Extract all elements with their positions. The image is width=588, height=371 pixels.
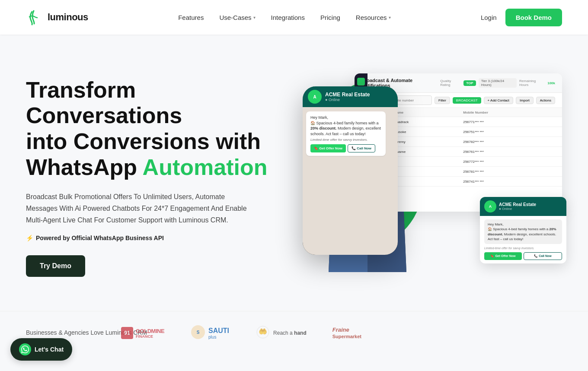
chat-card-status: ● Online	[499, 207, 536, 211]
row-mobile: 256781*** ***	[460, 167, 562, 177]
chat-limited-offer: Limited-time offer for savvy investors.	[484, 247, 562, 250]
row-mobile: 256782*** ***	[460, 137, 562, 147]
tier-badge: Tier 3 (100k/24 Hours)	[479, 78, 517, 88]
logo[interactable]: luminous	[26, 8, 88, 26]
logos-label: Businesses & Agencies Love Luminous CRM	[26, 329, 95, 337]
book-demo-button[interactable]: Book Demo	[505, 9, 562, 26]
chat-discount-text: 20% discount.	[488, 227, 556, 236]
reach-text: Reach a hand	[273, 330, 307, 336]
hero-title: Transform Conversations into Conversions…	[26, 77, 277, 181]
logos-row: 91 GOLDMINE FINANCE S SAUTI plus	[121, 324, 562, 342]
nav-item-features[interactable]: Features	[178, 14, 204, 21]
row-name: Kwame	[390, 147, 460, 157]
phone-btn-offer[interactable]: 🔖 Get Offer Now	[310, 144, 346, 152]
row-name: Musoke	[390, 127, 460, 137]
chat-offer-button[interactable]: 🔖 Get Offer Now	[484, 252, 522, 260]
chat-card-avatar: A	[484, 200, 496, 212]
whatsapp-icon	[19, 343, 31, 355]
lightning-icon: ⚡	[26, 235, 33, 241]
login-button[interactable]: Login	[481, 14, 497, 21]
add-contact-button[interactable]: + Add Contact	[484, 97, 513, 104]
logos-section: Businesses & Agencies Love Luminous CRM …	[0, 311, 588, 355]
chat-card-body: Hey Mark, 🏠 Spacious 4-bed family homes …	[480, 216, 566, 263]
remaining-value: 100k	[547, 81, 555, 85]
row-mobile: 256761*** ***	[460, 147, 562, 157]
chat-card-buttons: 🔖 Get Offer Now 📞 Call Now	[484, 252, 562, 260]
chat-card-contact-info: ACME Real Estate ● Online	[499, 202, 536, 211]
sauti-text: SAUTI plus	[208, 327, 229, 339]
import-button[interactable]: Import	[516, 97, 534, 104]
quality-badge: TOP	[463, 80, 476, 86]
phone-btn-call[interactable]: 📞 Call Now	[348, 144, 375, 152]
dashboard-badges: Quality Rating TOP Tier 3 (100k/24 Hours…	[440, 78, 555, 88]
powered-by: ⚡ Powered by Official WhatsApp Business …	[26, 235, 277, 241]
whatsapp-chat-button[interactable]: Let's Chat	[10, 338, 72, 361]
navbar: luminous Features Use-Cases ▾ Integratio…	[0, 0, 588, 35]
use-cases-chevron: ▾	[253, 15, 256, 20]
phone-contact-status: ● Online	[325, 98, 370, 102]
nav-item-resources[interactable]: Resources ▾	[356, 14, 391, 21]
fraine-text: Fraine Supermarket	[332, 327, 361, 339]
resources-chevron: ▾	[389, 15, 391, 20]
try-demo-button[interactable]: Try Demo	[26, 255, 85, 277]
logo-goldmine: 91 GOLDMINE FINANCE	[121, 327, 164, 339]
sauti-icon: S	[190, 324, 206, 342]
goldmine-sub: FINANCE	[136, 334, 164, 339]
row-mobile: 256741*** ***	[460, 177, 562, 187]
row-mobile: 256751*** ***	[460, 127, 562, 137]
filter-button[interactable]: Filter	[435, 97, 450, 104]
phone-contact-avatar: A	[308, 90, 322, 104]
col-name: Name	[390, 108, 460, 117]
row-mobile: 256771*** ***	[460, 117, 562, 127]
chat-preview-card: A ACME Real Estate ● Online Hey Mark, 🏠 …	[480, 197, 566, 263]
hero-description: Broadcast Bulk Promotional Offers To Unl…	[26, 191, 251, 226]
logo-reach: 🤲 Reach a hand	[255, 324, 307, 342]
phone-header: A ACME Real Estate ● Online	[303, 86, 398, 107]
phone-mockup: A ACME Real Estate ● Online Hey Mark, 🏠 …	[303, 86, 398, 255]
phone-messages: Hey Mark, 🏠 Spacious 4-bed family homes …	[303, 107, 398, 255]
nav-item-integrations[interactable]: Integrations	[271, 14, 305, 21]
row-name	[390, 157, 460, 167]
row-name	[390, 177, 460, 187]
row-name	[390, 167, 460, 177]
goldmine-icon: 91	[121, 327, 133, 339]
nav-links: Features Use-Cases ▾ Integrations Pricin…	[178, 14, 390, 21]
phone-contact-name: ACME Real Estate	[325, 92, 370, 98]
logo-icon	[26, 8, 44, 26]
quality-label: Quality Rating	[440, 79, 461, 87]
hero-visual: A ACME Real Estate ● Online Hey Mark, 🏠 …	[277, 73, 562, 281]
whatsapp-chat-label: Let's Chat	[35, 346, 64, 353]
chat-card-header: A ACME Real Estate ● Online	[480, 197, 566, 216]
phone-action-buttons: 🔖 Get Offer Now 📞 Call Now	[310, 144, 381, 152]
goldmine-text: GOLDMINE FINANCE	[136, 328, 164, 339]
row-mobile: 256772*** ***	[460, 157, 562, 167]
phone-message-text: Hey Mark, 🏠 Spacious 4-bed family homes …	[310, 115, 381, 136]
chat-card-name: ACME Real Estate	[499, 202, 536, 207]
reach-icon: 🤲	[255, 324, 271, 342]
phone-screen: A ACME Real Estate ● Online Hey Mark, 🏠 …	[303, 86, 398, 255]
logo-fraine: Fraine Supermarket	[332, 327, 361, 339]
nav-right: Login Book Demo	[481, 9, 562, 26]
nav-item-use-cases[interactable]: Use-Cases ▾	[219, 14, 255, 21]
remaining-label: Remaining Hours	[519, 79, 545, 87]
chat-call-button[interactable]: 📞 Call Now	[524, 252, 562, 260]
col-mobile: Mobile Number	[460, 108, 562, 117]
phone-message-bubble: Hey Mark, 🏠 Spacious 4-bed family homes …	[306, 111, 386, 156]
phone-limited-offer: Limited-time offer for savvy investors.	[310, 138, 381, 142]
svg-text:🤲: 🤲	[259, 327, 267, 336]
chat-card-message: Hey Mark, 🏠 Spacious 4-bed family homes …	[484, 219, 562, 244]
nav-item-pricing[interactable]: Pricing	[320, 14, 340, 21]
logo-sauti: S SAUTI plus	[190, 324, 229, 342]
svg-text:S: S	[197, 330, 200, 335]
row-name: Shadrack	[390, 117, 460, 127]
broadcast-button[interactable]: BROADCAST	[453, 97, 481, 104]
hero-section: Transform Conversations into Conversions…	[0, 35, 588, 311]
logo-text: luminous	[48, 12, 88, 23]
actions-button[interactable]: Actions	[536, 97, 555, 104]
phone-contact-info: ACME Real Estate ● Online	[325, 92, 370, 102]
row-name: Jeremy	[390, 137, 460, 147]
hero-content: Transform Conversations into Conversions…	[26, 77, 277, 277]
sidebar-logo-dot	[357, 78, 365, 86]
